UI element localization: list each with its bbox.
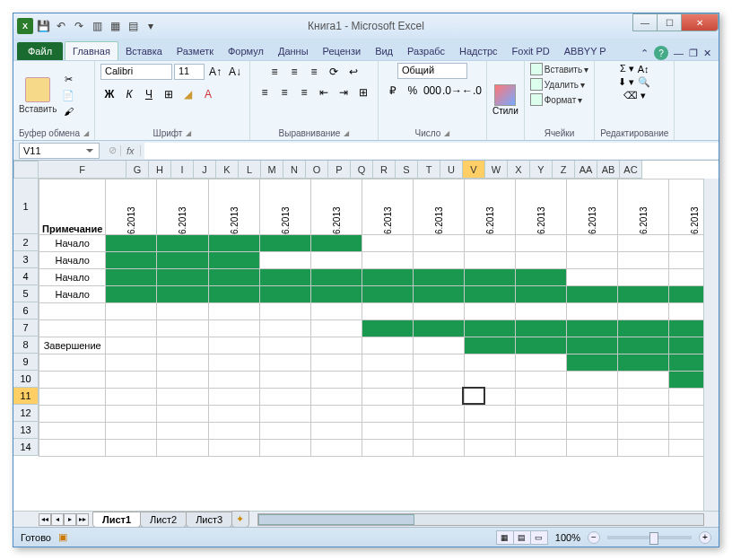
maximize-button[interactable]: ☐	[657, 13, 682, 31]
vertical-scrollbar[interactable]	[703, 179, 719, 511]
zoom-level[interactable]: 100%	[555, 532, 580, 543]
sheet-tab-3[interactable]: Лист3	[186, 512, 232, 528]
font-size-select[interactable]: 11	[174, 64, 205, 80]
format-painter-icon[interactable]: 🖌	[60, 104, 76, 118]
tab-insert[interactable]: Вставка	[118, 42, 170, 60]
shrink-font-icon[interactable]: A↓	[226, 63, 244, 81]
minimize-button[interactable]: —	[632, 13, 658, 31]
formula-cancel-icon[interactable]: ⊘	[105, 144, 120, 156]
inc-decimal-icon[interactable]: .0→	[443, 82, 461, 100]
row-header-4[interactable]: 4	[13, 268, 39, 285]
tab-review[interactable]: Рецензи	[316, 42, 369, 60]
col-header-Y[interactable]: Y	[530, 161, 553, 179]
copy-icon[interactable]: 📄	[60, 88, 76, 102]
doc-minimize-icon[interactable]: —	[674, 48, 684, 58]
row-header-11[interactable]: 11	[13, 388, 39, 405]
row-header-7[interactable]: 7	[13, 319, 39, 337]
delete-cells-button[interactable]: Удалить ▾	[530, 78, 585, 91]
zoom-in-button[interactable]: +	[699, 531, 711, 544]
horizontal-scrollbar[interactable]	[257, 513, 704, 526]
autosum-icon[interactable]: Σ ▾	[620, 63, 634, 74]
qat-btn3-icon[interactable]: ▤	[125, 18, 141, 34]
fx-button[interactable]: fx	[120, 145, 141, 156]
sheet-tab-2[interactable]: Лист2	[140, 512, 187, 528]
macro-record-icon[interactable]: ▣	[58, 531, 67, 543]
orientation-icon[interactable]: ⟳	[325, 63, 343, 81]
col-header-K[interactable]: K	[216, 161, 239, 179]
help-icon[interactable]: ?	[654, 46, 668, 60]
col-header-AB[interactable]: AB	[597, 161, 620, 179]
tab-dev[interactable]: Разрабс	[400, 42, 452, 60]
col-header-J[interactable]: J	[194, 161, 216, 179]
qat-more-icon[interactable]: ▾	[143, 18, 159, 34]
col-header-O[interactable]: O	[306, 161, 328, 179]
col-header-F[interactable]: F	[39, 161, 126, 179]
row-header-3[interactable]: 3	[13, 251, 39, 268]
row-header-13[interactable]: 13	[13, 422, 39, 439]
sort-filter-icon[interactable]: A↕	[638, 64, 649, 74]
align-right-icon[interactable]: ≡	[295, 83, 313, 101]
insert-cells-button[interactable]: Вставить ▾	[530, 63, 588, 75]
number-dialog-icon[interactable]: ◢	[444, 129, 449, 137]
italic-button[interactable]: К	[120, 85, 138, 103]
row-header-5[interactable]: 5	[13, 285, 39, 302]
align-dialog-icon[interactable]: ◢	[344, 129, 349, 137]
close-button[interactable]: ✕	[681, 13, 719, 31]
font-color-button[interactable]: A	[199, 85, 217, 103]
zoom-out-button[interactable]: −	[588, 531, 600, 544]
normal-view-icon[interactable]: ▦	[496, 530, 514, 545]
fill-color-button[interactable]: ◢	[179, 85, 197, 103]
row-header-12[interactable]: 12	[13, 405, 39, 422]
tab-layout[interactable]: Разметк	[170, 42, 221, 60]
merge-icon[interactable]: ⊞	[354, 83, 372, 101]
col-header-G[interactable]: G	[126, 161, 149, 179]
align-bottom-icon[interactable]: ≡	[305, 63, 323, 81]
col-header-AA[interactable]: AA	[575, 161, 597, 179]
number-format-select[interactable]: Общий	[397, 63, 467, 79]
zoom-slider[interactable]	[607, 536, 692, 539]
row-header-14[interactable]: 14	[13, 439, 39, 456]
row-header-1[interactable]: 1	[13, 179, 39, 234]
bold-button[interactable]: Ж	[100, 85, 118, 103]
col-header-T[interactable]: T	[418, 161, 440, 179]
col-header-Z[interactable]: Z	[553, 161, 575, 179]
percent-icon[interactable]: %	[404, 82, 422, 100]
name-box[interactable]: V11	[19, 143, 100, 159]
col-header-Q[interactable]: Q	[351, 161, 373, 179]
col-header-X[interactable]: X	[508, 161, 530, 179]
cut-icon[interactable]: ✂	[60, 72, 76, 86]
col-header-W[interactable]: W	[485, 161, 508, 179]
find-icon[interactable]: 🔍	[638, 76, 650, 88]
paste-button[interactable]: Вставить	[19, 77, 57, 114]
new-sheet-button[interactable]: ✦	[231, 511, 249, 527]
tab-addins[interactable]: Надстрс	[452, 42, 505, 60]
font-dialog-icon[interactable]: ◢	[186, 129, 191, 137]
tab-formulas[interactable]: Формул	[221, 42, 271, 60]
border-button[interactable]: ⊞	[160, 85, 178, 103]
page-layout-view-icon[interactable]: ▤	[513, 530, 531, 545]
formula-input[interactable]	[144, 143, 719, 159]
tab-view[interactable]: Вид	[368, 42, 400, 60]
comma-icon[interactable]: 000	[423, 82, 441, 100]
styles-button[interactable]: Стили	[492, 84, 518, 116]
select-all-corner[interactable]	[13, 161, 39, 179]
align-middle-icon[interactable]: ≡	[285, 63, 303, 81]
format-cells-button[interactable]: Формат ▾	[530, 93, 583, 106]
row-header-8[interactable]: 8	[13, 337, 39, 354]
grow-font-icon[interactable]: A↑	[206, 63, 224, 81]
sheet-nav[interactable]: ◂◂◂▸▸▸	[39, 513, 89, 526]
col-header-I[interactable]: I	[171, 161, 194, 179]
align-left-icon[interactable]: ≡	[256, 83, 274, 101]
font-name-select[interactable]: Calibri	[100, 64, 172, 80]
col-header-U[interactable]: U	[440, 161, 463, 179]
col-header-AC[interactable]: AC	[620, 161, 642, 179]
col-header-N[interactable]: N	[283, 161, 306, 179]
row-header-2[interactable]: 2	[13, 234, 39, 251]
redo-icon[interactable]: ↷	[71, 18, 87, 34]
wrap-text-icon[interactable]: ↩	[344, 63, 362, 81]
ribbon-collapse-icon[interactable]: ⌃	[640, 48, 649, 59]
doc-close-icon[interactable]: ✕	[703, 48, 711, 59]
col-header-H[interactable]: H	[149, 161, 171, 179]
col-header-L[interactable]: L	[239, 161, 261, 179]
underline-button[interactable]: Ч	[140, 85, 158, 103]
